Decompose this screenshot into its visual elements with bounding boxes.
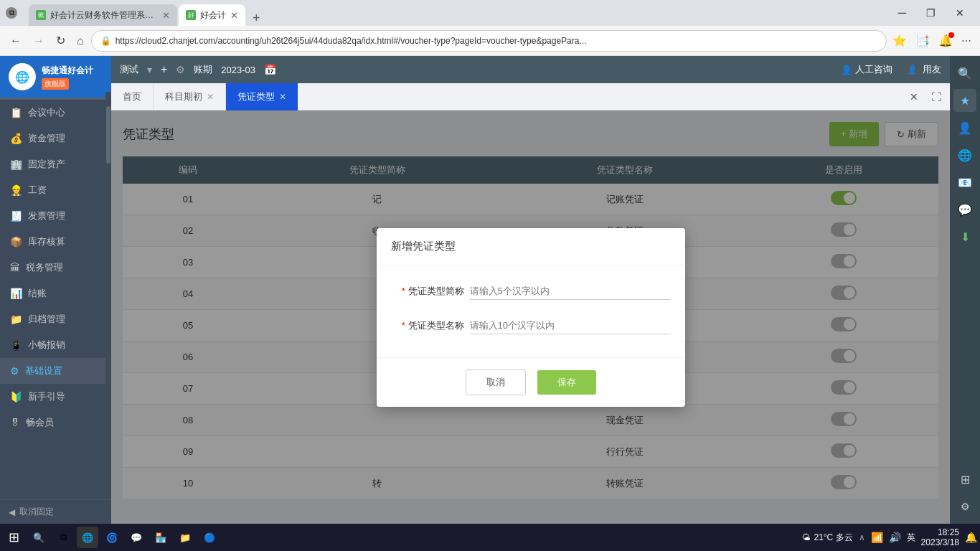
forward-button[interactable]: → [29,32,49,50]
user-button[interactable]: 👤 用友 [904,62,941,77]
back-button[interactable]: ← [6,32,26,50]
abbr-label: * 凭证类型简称 [391,285,470,298]
taskbar-edge-icon[interactable]: 🌐 [77,527,98,548]
home-button[interactable]: ⌂ [72,32,88,50]
right-grid-icon[interactable]: ⊞ [953,468,976,491]
right-settings-icon[interactable]: ⚙ [953,495,976,518]
sidebar-item-settings[interactable]: ⚙ 基础设置 [0,358,111,384]
tab-expand-panel-button[interactable]: ⛶ [925,88,947,105]
taskbar-search-icon[interactable]: 🔍 [28,527,50,548]
right-search-icon[interactable]: 🔍 [953,62,976,85]
right-star-icon[interactable]: ★ [953,89,976,112]
sidebar-item-settle[interactable]: 📊 结账 [0,281,111,306]
sidebar-item-huiyi[interactable]: 📋 会议中心 [0,100,111,126]
sidebar-item-inventory[interactable]: 📦 库存核算 [0,229,111,255]
modal-footer: 取消 保存 [377,357,685,407]
sidebar-item-salary[interactable]: 👷 工资 [0,177,111,203]
period-value: 2023-03 [221,65,255,75]
taskbar-store-icon[interactable]: 🏪 [150,527,171,548]
taskbar-chrome-icon[interactable]: 🌀 [101,527,123,548]
tab-voucher-type[interactable]: 凭证类型 ✕ [226,83,298,110]
taskbar-expand[interactable]: ∧ [859,532,865,542]
taskbar-date: 2023/3/18 [921,537,959,547]
add-company-button[interactable]: + [161,63,167,76]
sidebar-item-invoice[interactable]: 🧾 发票管理 [0,203,111,229]
sidebar-archive-label: 归档管理 [28,313,65,326]
tab-voucher-close[interactable]: ✕ [279,92,286,102]
sidebar-item-member[interactable]: 🎖 畅会员 [0,410,111,435]
tab-subject[interactable]: 科目期初 ✕ [154,83,226,110]
collections-icon[interactable]: 📑 [913,31,933,50]
sidebar-scrollbar-thumb[interactable] [106,106,110,164]
calendar-icon[interactable]: 📅 [264,64,276,75]
address-bar[interactable]: 🔒 https://cloud2.chanjet.com/accounting/… [91,30,887,52]
sidebar-item-capital[interactable]: 💰 资金管理 [0,126,111,151]
unpin-button[interactable]: ◀ 取消固定 [9,506,103,518]
sidebar-item-fixed[interactable]: 🏢 固定资产 [0,151,111,177]
name-label: * 凭证类型名称 [391,319,470,332]
cancel-button[interactable]: 取消 [466,369,526,395]
close-button[interactable]: ✕ [946,2,974,24]
start-button[interactable]: ⊞ [3,527,25,548]
taskbar-multiwindow-icon[interactable]: ⧉ [52,527,74,548]
sidebar-huiyi-icon: 📋 [10,107,22,118]
minimize-button[interactable]: ─ [888,2,916,24]
sidebar-guide-label: 新手引导 [28,390,65,403]
taskbar-weather: 🌤 21°C 多云 [802,532,852,544]
logo-title: 畅捷通好会计 [42,65,93,77]
unpin-label: 取消固定 [19,506,54,518]
sidebar-settle-icon: 📊 [10,288,22,299]
sidebar-item-expense[interactable]: 📱 小畅报销 [0,332,111,358]
abbr-input[interactable] [470,283,671,300]
taskbar-volume-icon[interactable]: 🔊 [889,532,901,543]
modal-dialog: 新增凭证类型 * 凭证类型简称 [377,228,685,407]
sidebar-item-tax[interactable]: 🏛 税务管理 [0,255,111,281]
sidebar-tax-icon: 🏛 [10,262,20,273]
logo-badge: 旗舰版 [42,78,69,90]
right-outlook-icon[interactable]: 📧 [953,171,976,194]
tab1-close[interactable]: ✕ [162,10,170,21]
tab-subject-close[interactable]: ✕ [207,92,214,102]
tab-bar-controls: ✕ ⛶ [904,88,950,105]
taskbar-notification-icon[interactable]: 🔔 [965,532,977,543]
name-input[interactable] [470,317,671,334]
tab-subject-label: 科目期初 [165,90,202,103]
taskbar-wechat-icon[interactable]: 💬 [126,527,147,548]
browser-menu-button[interactable]: ⋯ [958,32,974,50]
right-chat-icon[interactable]: 💬 [953,198,976,221]
sidebar-guide-icon: 🔰 [10,391,22,402]
right-user-icon[interactable]: 👤 [953,116,976,139]
sidebar-item-archive[interactable]: 📁 归档管理 [0,306,111,332]
consult-icon: 👤 [841,65,852,75]
user-avatar: 👤 [904,62,920,77]
company-dropdown-icon[interactable]: ▾ [147,64,152,75]
window-layout-icon[interactable]: ⧉ [6,7,17,19]
sidebar-expense-label: 小畅报销 [28,339,65,352]
app-tab-bar: 首页 科目期初 ✕ 凭证类型 ✕ ✕ ⛶ [111,83,950,110]
alerts-icon[interactable]: 🔔 [936,31,956,50]
right-globe-icon[interactable]: 🌐 [953,143,976,166]
sidebar-bottom: ◀ 取消固定 [0,499,111,524]
taskbar-browser-icon[interactable]: 🔵 [199,527,220,548]
settings-button[interactable]: ⚙ [176,64,185,75]
reload-button[interactable]: ↻ [52,31,70,50]
taskbar-network-icon[interactable]: 📶 [871,532,883,543]
tab-voucher-label: 凭证类型 [237,90,275,103]
sidebar-item-guide[interactable]: 🔰 新手引导 [0,384,111,410]
new-tab-button[interactable]: + [247,11,266,26]
tab2-close[interactable]: ✕ [230,10,238,21]
tab-close-panel-button[interactable]: ✕ [904,88,924,105]
save-button[interactable]: 保存 [537,370,596,395]
modal-body: * 凭证类型简称 * 凭证类型名称 [377,265,685,357]
taskbar-datetime[interactable]: 18:25 2023/3/18 [921,527,959,547]
right-download-icon[interactable]: ⬇ [953,225,976,248]
sidebar-member-label: 畅会员 [26,416,54,429]
taskbar-files-icon[interactable]: 📁 [174,527,196,548]
extensions-icon[interactable]: ⭐ [890,31,910,50]
browser-tab-1[interactable]: 账 好会计云财务软件管理系统_会计 ✕ [29,4,177,26]
sidebar-huiyi-label: 会议中心 [28,106,65,119]
browser-tab-2[interactable]: 好 好会计 ✕ [179,4,245,26]
consult-button[interactable]: 👤 人工咨询 [841,63,892,76]
tab-home[interactable]: 首页 [111,83,154,110]
maximize-button[interactable]: ❐ [916,2,946,24]
